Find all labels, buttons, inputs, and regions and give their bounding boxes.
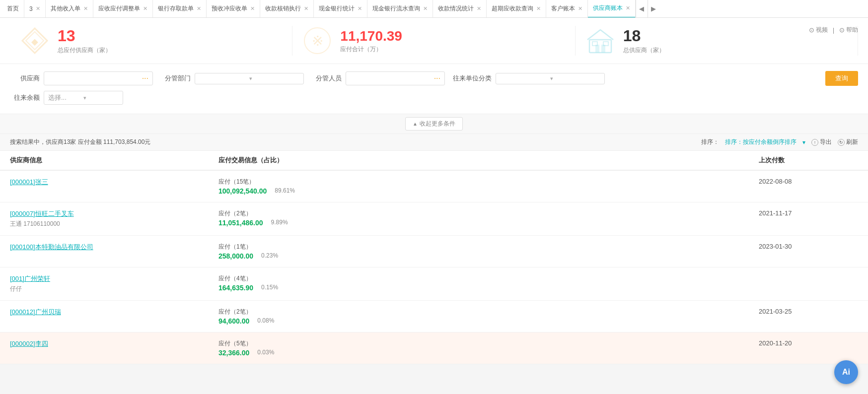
supplier-link-4[interactable]: [001]广州荣轩 (10, 274, 218, 283)
close-icon[interactable]: ✕ (423, 5, 428, 12)
refresh-button[interactable]: ↻ 刷新 (838, 138, 858, 146)
stat-value-payable-total: 11,170.39 (340, 28, 402, 44)
supplier-input[interactable] (48, 75, 142, 82)
close-icon[interactable]: ✕ (626, 5, 630, 11)
stat-payable-suppliers: ◆ 13 总应付供应商（家） (10, 26, 292, 56)
close-icon[interactable]: ✕ (143, 5, 147, 12)
supplier-dots-icon[interactable]: ··· (142, 74, 148, 83)
nav-tab-customer-book[interactable]: 客户账本 ✕ (546, 0, 588, 18)
search-row-2: 往来余额 选择... ▾ (10, 91, 858, 105)
chevron-up-icon: ▲ (413, 121, 418, 127)
nav-bar: 首页 3 ✕ 其他收入单 ✕ 应收应付调整单 ✕ 银行存取款单 ✕ 预收冲应收单… (0, 0, 868, 18)
close-icon[interactable]: ✕ (83, 5, 88, 12)
nav-tab-home[interactable]: 首页 (2, 0, 24, 18)
trans-row-2: 11,051,486.00 9.89% (218, 218, 759, 227)
stat-info-payable-total: 11,170.39 应付合计（万） (340, 28, 402, 54)
trans-row-4: 164,635.90 0.15% (218, 283, 759, 292)
supplier-link-1[interactable]: [000001]张三 (10, 178, 218, 187)
supplier-label: 供应商 (10, 74, 40, 83)
table-scroll: [000001]张三 应付（15笔） 100,092,540.00 89.61%… (0, 171, 868, 364)
nav-prev-arrow[interactable]: ◀ (636, 0, 648, 18)
nav-tab-receipt-stat[interactable]: 收款情况统计 ✕ (433, 0, 487, 18)
last-pay-date-3: 2023-01-30 (759, 243, 792, 250)
close-icon[interactable]: ✕ (477, 5, 481, 12)
refresh-label: 刷新 (846, 138, 858, 146)
last-pay-date-2: 2021-11-17 (759, 209, 792, 217)
nav-next-arrow[interactable]: ▶ (648, 0, 659, 18)
supplier-link-3[interactable]: [000100]本特勤油品有限公司 (10, 243, 218, 252)
sort-value[interactable]: 排序：按应付余额倒序排序 (725, 138, 796, 146)
trans-amount-2[interactable]: 11,051,486.00 (218, 219, 263, 227)
store-icon (585, 26, 615, 56)
sort-arrow-icon: ▾ (802, 139, 805, 146)
balance-select[interactable]: 选择... ▾ (44, 91, 123, 105)
nav-tab-bank-deposit[interactable]: 银行存取款单 ✕ (153, 0, 207, 18)
supplier-link-6[interactable]: [000002]李四 (10, 339, 218, 348)
stat-value-total-suppliers: 18 (623, 27, 665, 45)
supplier-link-5[interactable]: [000012]广州贝瑞 (10, 308, 218, 317)
person-dots-icon[interactable]: ··· (434, 74, 440, 83)
category-select[interactable]: ▾ (496, 73, 605, 84)
close-icon[interactable]: ✕ (36, 5, 40, 12)
trans-amount-6[interactable]: 32,366.00 (218, 349, 249, 357)
stat-label-payable-total: 应付合计（万） (340, 45, 402, 54)
close-icon[interactable]: ✕ (304, 5, 308, 12)
close-icon[interactable]: ✕ (197, 5, 201, 12)
close-icon[interactable]: ✕ (250, 5, 255, 12)
table-row: [000012]广州贝瑞 应付（2笔） 94,600.00 0.08% 2021… (0, 301, 868, 332)
data-table: 供应商信息 应付交易信息（占比） 上次付数 [000001]张三 应付（15笔）… (0, 151, 868, 364)
collapse-label: 收起更多条件 (420, 120, 455, 128)
nav-tab-ar-ap-adjust[interactable]: 应收应付调整单 ✕ (93, 0, 153, 18)
last-pay-date-5: 2021-03-25 (759, 308, 792, 315)
close-icon[interactable]: ✕ (578, 5, 582, 12)
result-text: 搜索结果中，供应商13家 应付金额 111,703,854.00元 (10, 138, 150, 146)
nav-tab-supplier-book[interactable]: 供应商账本 ✕ (588, 0, 636, 18)
query-button[interactable]: 查询 (825, 71, 858, 86)
stat-value-payable-suppliers: 13 (58, 27, 111, 45)
person-field: 分管人员 ··· (312, 71, 445, 85)
search-form: 供应商 ··· 分管部门 ▾ 分管人员 ··· 往来单位分类 (0, 64, 868, 114)
supplier-info-3: [000100]本特勤油品有限公司 (10, 243, 218, 252)
supplier-link-2[interactable]: [000007]恒旺二手叉车 (10, 209, 218, 218)
table-row: [000007]恒旺二手叉车 王通 17106110000 应付（2笔） 11,… (0, 202, 868, 236)
trans-percent-6: 0.03% (257, 349, 274, 356)
nav-tab-cash-bank-stat[interactable]: 现金银行统计 ✕ (314, 0, 367, 18)
nav-tab-overdue-query[interactable]: 超期应收款查询 ✕ (487, 0, 546, 18)
diamond-icon: ◆ (20, 26, 50, 56)
export-button[interactable]: ↑ 导出 (811, 138, 832, 146)
rice-icon: ※ (302, 26, 332, 56)
person-input[interactable] (350, 75, 434, 82)
video-link[interactable]: ⊙ 视频 (809, 26, 828, 34)
person-input-wrap[interactable]: ··· (346, 71, 445, 85)
table-header: 供应商信息 应付交易信息（占比） 上次付数 (0, 151, 868, 171)
table-row: [000100]本特勤油品有限公司 应付（1笔） 258,000.00 0.23… (0, 236, 868, 267)
nav-tab-cash-bank-query[interactable]: 现金银行流水查询 ✕ (367, 0, 433, 18)
trans-row-5: 94,600.00 0.08% (218, 316, 759, 325)
nav-tab-prepay-charge[interactable]: 预收冲应收单 ✕ (207, 0, 260, 18)
table-row: [001]广州荣轩 仔仔 应付（4笔） 164,635.90 0.15% (0, 267, 868, 301)
header-transaction: 应付交易信息（占比） (218, 156, 759, 165)
nav-tab-3[interactable]: 3 ✕ (24, 0, 46, 18)
header-last-pay: 上次付数 (759, 156, 858, 165)
dept-select[interactable]: ▾ (195, 73, 304, 84)
trans-amount-1[interactable]: 100,092,540.00 (218, 187, 267, 195)
help-link[interactable]: ⊙ 帮助 (839, 26, 858, 34)
close-icon[interactable]: ✕ (358, 5, 362, 12)
stat-payable-total: ※ 11,170.39 应付合计（万） (292, 26, 575, 56)
trans-label-3: 应付（1笔） (218, 243, 759, 251)
transaction-info-1: 应付（15笔） 100,092,540.00 89.61% (218, 178, 759, 195)
stat-info-total-suppliers: 18 总供应商（家） (623, 27, 665, 55)
trans-amount-3[interactable]: 258,000.00 (218, 252, 253, 260)
last-pay-2: 2021-11-17 (759, 209, 858, 217)
supplier-input-wrap[interactable]: ··· (44, 71, 153, 85)
close-icon[interactable]: ✕ (536, 5, 541, 12)
trans-amount-4[interactable]: 164,635.90 (218, 284, 253, 292)
trans-amount-5[interactable]: 94,600.00 (218, 317, 249, 325)
collapse-button[interactable]: ▲ 收起更多条件 (405, 117, 463, 131)
nav-tab-receipt-exec[interactable]: 收款核销执行 ✕ (260, 0, 314, 18)
nav-tab-other-income[interactable]: 其他收入单 ✕ (46, 0, 93, 18)
svg-text:◆: ◆ (31, 37, 38, 47)
export-icon: ↑ (811, 139, 818, 146)
stat-info-payable-suppliers: 13 总应付供应商（家） (58, 27, 111, 55)
chevron-down-icon-2: ▾ (550, 75, 600, 82)
